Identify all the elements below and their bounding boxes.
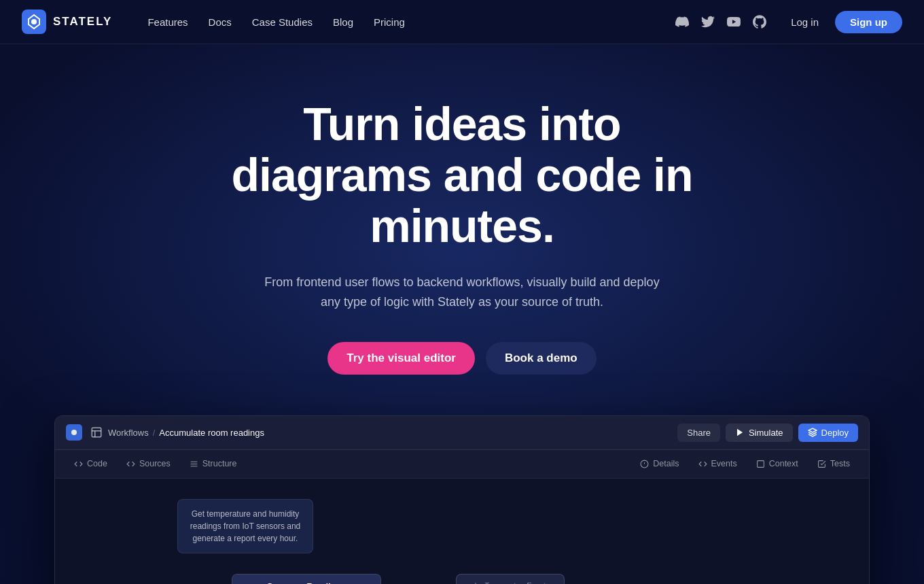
tab-context[interactable]: Context [748, 455, 806, 473]
navbar: STATELY Features Docs Case Studies Blog … [0, 0, 924, 44]
tab-tests[interactable]: Tests [809, 455, 858, 473]
tab-events[interactable]: Events [690, 455, 745, 473]
hero-section: Turn ideas into diagrams and code in min… [0, 44, 924, 584]
tab-events-label: Events [711, 459, 737, 468]
pages-icon [90, 426, 103, 439]
tab-tests-label: Tests [830, 459, 850, 468]
tab-structure[interactable]: Structure [181, 455, 245, 473]
tab-sources[interactable]: Sources [118, 455, 179, 473]
svg-rect-12 [757, 461, 764, 468]
tab-details[interactable]: Details [632, 455, 687, 473]
twitter-icon [701, 15, 715, 29]
discord-icon [675, 15, 689, 29]
book-demo-button[interactable]: Book a demo [486, 342, 597, 375]
app-tabs: Code Sources Structure Details [55, 450, 869, 479]
tabs-right: Details Events Context [632, 455, 858, 473]
twitter-link[interactable] [701, 15, 715, 29]
details-icon [640, 460, 649, 468]
login-button[interactable]: Log in [783, 12, 827, 32]
hero-subtitle: From frontend user flows to backend work… [258, 273, 666, 312]
try-editor-button[interactable]: Try the visual editor [327, 342, 475, 375]
github-icon [753, 15, 766, 29]
tab-code[interactable]: Code [66, 455, 116, 473]
tab-structure-label: Structure [202, 459, 237, 468]
deploy-button[interactable]: Deploy [798, 424, 858, 442]
nav-social-icons [675, 15, 766, 29]
simulate-label: Simulate [749, 428, 783, 438]
nav-links: Features Docs Case Studies Blog Pricing [139, 12, 659, 32]
tab-sources-label: Sources [139, 459, 171, 468]
svg-point-3 [71, 430, 77, 435]
svg-marker-5 [737, 429, 743, 436]
nav-docs[interactable]: Docs [200, 12, 240, 32]
state-node-consume-readings[interactable]: ConsumeReadings Getting temperature and … [232, 574, 381, 584]
event-node-header: logTemperatureEvent [466, 581, 554, 584]
deploy-label: Deploy [821, 428, 849, 438]
app-logo-small-icon [66, 424, 82, 441]
nav-pricing[interactable]: Pricing [366, 12, 413, 32]
breadcrumb: Workflows / Accumulate room readings [108, 428, 264, 438]
svg-rect-4 [92, 428, 101, 438]
canvas-note: Get temperature and humidity readings fr… [177, 499, 313, 553]
state-node-header: ConsumeReadings [232, 574, 380, 584]
play-icon [735, 428, 745, 437]
context-icon [756, 460, 765, 468]
nav-auth: Log in Sign up [783, 11, 902, 33]
structure-icon [190, 460, 198, 468]
brand-name: STATELY [53, 15, 112, 29]
breadcrumb-current: Accumulate room readings [159, 428, 264, 438]
hero-cta: Try the visual editor Book a demo [327, 342, 596, 375]
tests-icon [817, 460, 826, 468]
youtube-link[interactable] [727, 15, 741, 29]
deploy-icon [808, 428, 817, 437]
share-button[interactable]: Share [677, 424, 720, 442]
stately-logo-icon [22, 10, 46, 34]
event-node[interactable]: logTemperatureEvent logTemperature [456, 574, 565, 584]
toolbar-actions: Share Simulate Deploy [677, 424, 858, 442]
nav-case-studies[interactable]: Case Studies [244, 12, 321, 32]
signup-button[interactable]: Sign up [835, 11, 902, 33]
nav-blog[interactable]: Blog [325, 12, 361, 32]
share-label: Share [687, 428, 711, 438]
simulate-button[interactable]: Simulate [726, 424, 793, 442]
github-link[interactable] [753, 15, 766, 29]
tab-code-label: Code [87, 459, 107, 468]
sources-icon [126, 460, 135, 468]
discord-link[interactable] [675, 15, 689, 29]
code-icon [74, 460, 83, 468]
hero-title: Turn ideas into diagrams and code in min… [204, 99, 720, 251]
tab-context-label: Context [769, 459, 798, 468]
breadcrumb-separator: / [153, 428, 156, 438]
brand-logo[interactable]: STATELY [22, 10, 112, 34]
app-canvas: Get temperature and humidity readings fr… [55, 479, 869, 584]
youtube-icon [727, 15, 741, 29]
app-toolbar: Workflows / Accumulate room readings Sha… [55, 416, 869, 450]
svg-point-1 [31, 19, 37, 24]
events-icon [698, 460, 707, 468]
tab-details-label: Details [653, 459, 679, 468]
nav-features[interactable]: Features [139, 12, 196, 32]
app-preview: Workflows / Accumulate room readings Sha… [54, 415, 870, 584]
breadcrumb-root: Workflows [108, 428, 149, 438]
